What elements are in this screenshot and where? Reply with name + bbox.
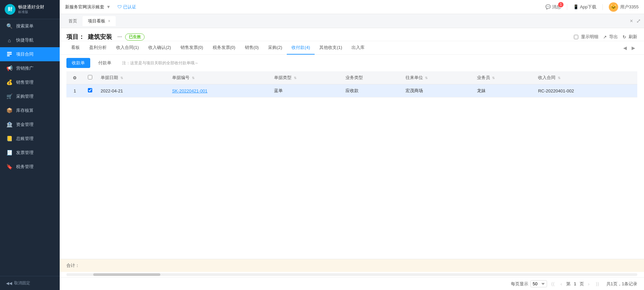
sidebar-item-search[interactable]: 🔍 搜索菜单	[0, 19, 60, 33]
divider	[567, 4, 567, 10]
tab-home[interactable]: 首页	[63, 16, 83, 26]
inner-tab-payment[interactable]: 付款单	[93, 58, 117, 68]
col-bill-no[interactable]: 单据编号 ⇅	[168, 71, 270, 84]
sub-tab-inout[interactable]: 出入库	[347, 41, 369, 55]
page-title: 项目：建筑安装 ··· 已生效	[66, 33, 145, 41]
fullscreen-button[interactable]: ⤢	[636, 18, 641, 24]
home-icon: ⌂	[6, 37, 13, 44]
export-icon: ↗	[603, 34, 607, 40]
show-detail-checkbox[interactable]	[574, 35, 578, 39]
marketing-icon: 📢	[6, 65, 13, 72]
shield-icon: 🛡	[117, 4, 122, 9]
sidebar-item-marketing[interactable]: 📢 营销推广	[0, 61, 60, 75]
col-bill-type[interactable]: 单据类型 ⇅	[270, 71, 341, 84]
first-page-button[interactable]: ⟨⟨	[549, 281, 556, 287]
sub-tab-payment[interactable]: 收付款(4)	[287, 41, 315, 55]
table-footer: 合计：	[60, 259, 644, 272]
sub-tab-purchase[interactable]: 采购(2)	[263, 41, 287, 55]
sort-icon6: ⇅	[558, 76, 560, 80]
tabbar: 首页 项目看板 × × ⤢	[60, 14, 644, 28]
scrollbar-thumb[interactable]	[93, 273, 160, 276]
svg-rect-1	[7, 54, 12, 55]
show-detail-toggle[interactable]: 显示明细	[574, 34, 598, 40]
refresh-icon: ↻	[623, 34, 626, 40]
last-page-button[interactable]: ⟩⟩	[594, 281, 601, 287]
sub-tab-profit[interactable]: 盈利分析	[85, 41, 111, 55]
horizontal-scrollbar[interactable]	[60, 272, 644, 277]
messages-button[interactable]: 💬 消息 1	[545, 4, 561, 10]
export-button[interactable]: ↗ 导出	[603, 34, 618, 40]
topbar-right: 💬 消息 1 📱 App下载 🐱 用户3355	[545, 2, 639, 12]
prev-page-button[interactable]: ‹	[558, 281, 564, 287]
total-label: 合计：	[66, 263, 79, 269]
row-salesman: 龙妹	[473, 84, 534, 97]
user-menu[interactable]: 🐱 用户3355	[609, 2, 639, 12]
scrollbar-track	[66, 273, 637, 276]
row-bill-type: 蓝单	[270, 84, 341, 97]
sub-tab-board[interactable]: 看板	[66, 41, 85, 55]
col-contract[interactable]: 收入合同 ⇅	[534, 71, 637, 84]
current-page: 1	[573, 281, 578, 286]
account-selector[interactable]: 新服务官网演示账套 ▼	[65, 4, 111, 10]
svg-rect-2	[7, 55, 10, 56]
inventory-icon: 📦	[6, 107, 13, 114]
sidebar-item-ledger[interactable]: 📒 总账管理	[0, 132, 60, 146]
phone-icon: 📱	[573, 4, 579, 9]
tab-close-icon[interactable]: ×	[108, 19, 110, 23]
select-all-checkbox[interactable]	[88, 75, 92, 79]
sub-tab-income-confirm[interactable]: 收入确认(2)	[144, 41, 176, 55]
more-options-button[interactable]: ···	[117, 34, 122, 40]
tab-project-board[interactable]: 项目看板 ×	[83, 16, 116, 26]
row-bill-no[interactable]: SK-20220421-001	[168, 84, 270, 97]
page-end-label: 页	[580, 281, 584, 287]
close-window-button[interactable]: ×	[630, 18, 633, 24]
sub-tabs: 看板 盈利分析 收入合同(1) 收入确认(2) 销售发票(0) 税务发票(0) …	[60, 41, 644, 55]
row-contract: RC-20220401-002	[534, 84, 637, 97]
sub-tab-tax-invoice[interactable]: 税务发票(0)	[208, 41, 240, 55]
sub-tab-other[interactable]: 其他收支(1)	[315, 41, 347, 55]
pagination: 每页显示 50 100 200 ⟨⟨ ‹ 第 1 页 › ⟩⟩ 共1页，1条记录	[60, 277, 644, 290]
col-salesman[interactable]: 业务员 ⇅	[473, 71, 534, 84]
page-size-select[interactable]: 50 100 200	[530, 280, 547, 287]
message-icon: 💬	[545, 4, 551, 9]
row-partner: 宏茂商场	[401, 84, 473, 97]
sidebar-item-fund[interactable]: 🏦 资金管理	[0, 118, 60, 132]
page-content: 项目：建筑安装 ··· 已生效 显示明细 ↗ 导出 ↻ 刷新	[60, 28, 644, 290]
row-checkbox[interactable]	[88, 88, 92, 92]
avatar: 🐱	[609, 2, 618, 12]
sidebar-item-quicknav[interactable]: ⌂ 快捷导航	[0, 33, 60, 47]
sub-tab-sales[interactable]: 销售(0)	[240, 41, 264, 55]
sub-tabs-arrows: ◀ ▶	[621, 44, 637, 52]
refresh-button[interactable]: ↻ 刷新	[623, 34, 637, 40]
sidebar-item-tax[interactable]: 🔖 税务管理	[0, 160, 60, 174]
page-size-label: 每页显示	[511, 281, 528, 287]
col-date[interactable]: 单据日期 ⇅	[97, 71, 168, 84]
page-header: 项目：建筑安装 ··· 已生效 显示明细 ↗ 导出 ↻ 刷新	[60, 28, 644, 41]
table-row[interactable]: 1 2022-04-21 SK-20220421-001 蓝单 应收款 宏茂商场…	[66, 84, 637, 97]
table-header-row: ⚙ 单据日期 ⇅ 单据编号 ⇅ 单据类型	[66, 71, 637, 84]
sidebar-item-project[interactable]: 项目合同	[0, 47, 60, 61]
sub-tabs-next-button[interactable]: ▶	[630, 44, 637, 52]
sub-tab-income-contract[interactable]: 收入合同(1)	[111, 41, 144, 55]
sort-icon3: ⇅	[294, 76, 297, 80]
sidebar-scroll: 🔍 搜索菜单 ⌂ 快捷导航 项目合同 📢 营销推广 💰 销售管理 🛒 采购管理 …	[0, 19, 60, 276]
messages-badge: 1	[558, 2, 564, 7]
topbar: 新服务官网演示账套 ▼ 🛡 已认证 💬 消息 1 📱 App下载 🐱 用	[60, 0, 644, 14]
tax-icon: 🔖	[6, 163, 13, 170]
inner-tab-note: 注：这里是与项目关联的全部收付款单哦～	[122, 60, 199, 66]
page-header-actions: 显示明细 ↗ 导出 ↻ 刷新	[574, 34, 637, 40]
sub-tabs-prev-button[interactable]: ◀	[621, 44, 629, 52]
sidebar-unpin-button[interactable]: ◀◀ 取消固定	[0, 276, 60, 290]
app-download-button[interactable]: 📱 App下载	[573, 4, 596, 10]
col-setting[interactable]: ⚙	[66, 71, 83, 84]
inner-tab-receipt[interactable]: 收款单	[66, 58, 90, 68]
purchase-icon: 🛒	[6, 93, 13, 100]
page-total: 共1页，1条记录	[606, 281, 637, 287]
sidebar-item-invoice[interactable]: 🧾 发票管理	[0, 146, 60, 160]
col-partner[interactable]: 往来单位 ⇅	[401, 71, 473, 84]
sidebar-item-inventory[interactable]: 📦 库存核算	[0, 103, 60, 118]
next-page-button[interactable]: ›	[586, 281, 592, 287]
sidebar-item-sales[interactable]: 💰 销售管理	[0, 75, 60, 89]
sub-tab-sales-invoice[interactable]: 销售发票(0)	[176, 41, 208, 55]
sidebar-item-purchase[interactable]: 🛒 采购管理	[0, 89, 60, 103]
